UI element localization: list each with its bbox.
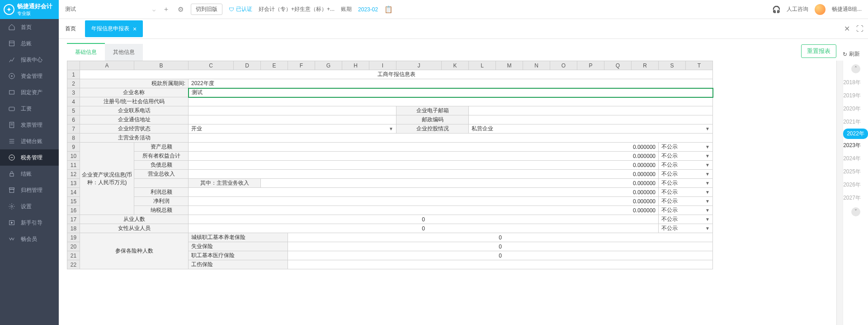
cell[interactable]: 企业控股情况 xyxy=(396,124,469,134)
cell[interactable]: 负债总额 xyxy=(134,161,189,170)
cell[interactable]: 工伤保险 xyxy=(189,260,288,269)
dropdown-cell[interactable]: 不公示▼ xyxy=(659,197,713,206)
cell[interactable]: 税款所属期间: xyxy=(80,79,189,88)
col-header[interactable]: C xyxy=(189,61,234,70)
subtab-basic[interactable]: 基础信息 xyxy=(67,43,105,61)
refresh-button[interactable]: ↻ 刷新 xyxy=(843,50,860,58)
cell[interactable]: 企业经营状态 xyxy=(80,124,189,134)
cell[interactable]: 0 xyxy=(288,233,713,242)
col-header[interactable]: N xyxy=(523,61,550,70)
row-header[interactable]: 22 xyxy=(67,260,80,269)
close-icon[interactable]: × xyxy=(133,25,137,33)
cell[interactable]: 0.000000 xyxy=(189,197,659,206)
cell[interactable]: 主营业务活动 xyxy=(80,134,189,143)
col-header[interactable]: F xyxy=(288,61,315,70)
dropdown-cell[interactable]: 不公示▼ xyxy=(659,143,713,152)
cell[interactable]: 0.000000 xyxy=(189,152,659,161)
row-header[interactable]: 13 xyxy=(67,179,80,188)
cell[interactable]: 企业电子邮箱 xyxy=(396,106,469,115)
nav-member[interactable]: 畅会员 xyxy=(0,231,59,247)
support-link[interactable]: 人工咨询 xyxy=(787,5,808,13)
cell[interactable]: 工商年报信息表 xyxy=(80,70,713,79)
cell[interactable] xyxy=(189,97,713,106)
vertical-scrollbar[interactable] xyxy=(836,61,843,325)
nav-inventory[interactable]: 进销台账 xyxy=(0,133,59,149)
cell[interactable] xyxy=(189,106,396,115)
nav-invoice[interactable]: 发票管理 xyxy=(0,117,59,133)
cell[interactable]: 企业名称 xyxy=(80,88,189,97)
cell[interactable]: 营业总收入 xyxy=(134,170,189,179)
cell[interactable]: 企业通信地址 xyxy=(80,115,189,124)
row-header[interactable]: 5 xyxy=(67,106,80,115)
row-header[interactable]: 3 xyxy=(67,88,80,97)
col-header[interactable]: S xyxy=(659,61,686,70)
cell[interactable] xyxy=(189,115,396,124)
year-item[interactable]: 2025年 xyxy=(843,165,868,178)
row-header[interactable]: 6 xyxy=(67,115,80,124)
cell[interactable]: 纳税总额 xyxy=(134,206,189,215)
cell[interactable]: 0 xyxy=(288,242,713,251)
calendar-icon[interactable]: 📋 xyxy=(384,5,392,14)
cell[interactable]: 失业保险 xyxy=(189,242,288,251)
cell[interactable]: 企业联系电话 xyxy=(80,106,189,115)
year-item[interactable]: 2027年 xyxy=(843,191,868,205)
nav-funds[interactable]: 资金管理 xyxy=(0,68,59,84)
dropdown-cell[interactable]: 不公示▼ xyxy=(659,206,713,215)
add-icon[interactable]: ＋ xyxy=(162,5,170,14)
dropdown-cell[interactable]: 不公示▼ xyxy=(659,161,713,170)
cell[interactable]: 资产总额 xyxy=(134,143,189,152)
switch-old-button[interactable]: 切到旧版 xyxy=(191,4,222,15)
dropdown-cell[interactable]: 不公示▼ xyxy=(659,152,713,161)
row-header[interactable]: 8 xyxy=(67,134,80,143)
nav-guide[interactable]: 新手引导 xyxy=(0,215,59,231)
tab-annual-report[interactable]: 年报信息申报表 × xyxy=(85,20,143,37)
dropdown-cell[interactable]: 私营企业▼ xyxy=(469,124,713,134)
col-header[interactable]: M xyxy=(496,61,523,70)
col-header[interactable]: L xyxy=(469,61,496,70)
cell[interactable]: 0 xyxy=(189,215,659,224)
cell[interactable]: 0.000000 xyxy=(189,170,659,179)
cell[interactable] xyxy=(469,106,713,115)
row-header[interactable]: 21 xyxy=(67,251,80,260)
row-header[interactable]: 10 xyxy=(67,152,80,161)
close-all-icon[interactable]: ✕ xyxy=(844,24,850,33)
cell[interactable]: 城镇职工基本养老保险 xyxy=(189,233,288,242)
row-header[interactable]: 12 xyxy=(67,170,80,179)
col-header[interactable]: H xyxy=(342,61,369,70)
dropdown-cell[interactable]: 不公示▼ xyxy=(659,215,713,224)
year-item[interactable]: 2022年 xyxy=(843,129,868,139)
cell[interactable]: 注册号/统一社会信用代码 xyxy=(80,97,189,106)
nav-tax[interactable]: 税务管理 xyxy=(0,149,59,166)
nav-closing[interactable]: 结账 xyxy=(0,166,59,182)
row-header[interactable]: 7 xyxy=(67,124,80,134)
cell[interactable]: 企业资产状况信息(币种：人民币万元) xyxy=(80,143,134,215)
cell[interactable] xyxy=(469,115,713,124)
dropdown-cell[interactable]: 开业▼ xyxy=(189,124,396,134)
col-header[interactable]: A xyxy=(80,61,134,70)
headset-icon[interactable]: 🎧 xyxy=(772,5,780,14)
row-header[interactable]: 1 xyxy=(67,70,80,79)
col-header[interactable]: B xyxy=(134,61,189,70)
dropdown-cell[interactable]: 不公示▼ xyxy=(659,179,713,188)
period-value[interactable]: 2023-02 xyxy=(358,6,378,13)
col-header[interactable]: D xyxy=(234,61,261,70)
cell[interactable]: 0 xyxy=(288,251,713,260)
row-header[interactable]: 18 xyxy=(67,224,80,233)
row-header[interactable]: 17 xyxy=(67,215,80,224)
cell[interactable] xyxy=(288,260,713,269)
dropdown-cell[interactable]: 不公示▼ xyxy=(659,170,713,179)
col-header[interactable]: E xyxy=(261,61,288,70)
year-item[interactable]: 2021年 xyxy=(843,115,868,129)
cell[interactable]: 测试 xyxy=(189,88,713,97)
dropdown-cell[interactable]: 不公示▼ xyxy=(659,188,713,197)
year-item[interactable]: 2020年 xyxy=(843,102,868,115)
user-name[interactable]: 畅捷通B组... xyxy=(832,5,862,13)
col-header[interactable]: T xyxy=(686,61,713,70)
cell[interactable]: 净利润 xyxy=(134,197,189,206)
cell[interactable]: 参保各险种人数 xyxy=(80,233,189,269)
avatar[interactable] xyxy=(815,4,826,15)
cell[interactable]: 0.000000 xyxy=(189,143,659,152)
row-header[interactable]: 9 xyxy=(67,143,80,152)
col-header[interactable]: K xyxy=(442,61,469,70)
tab-home[interactable]: 首页 xyxy=(65,25,76,33)
